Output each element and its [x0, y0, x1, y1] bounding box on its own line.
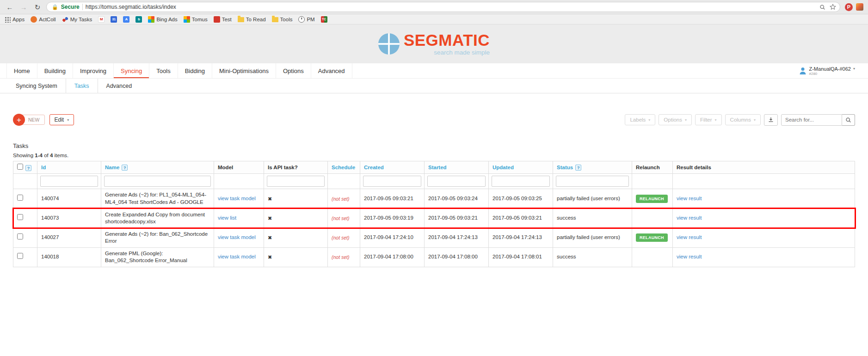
forward-button[interactable]: → — [18, 4, 29, 11]
column-header-status[interactable]: Status — [557, 165, 573, 170]
filter-started-input[interactable] — [427, 176, 486, 187]
bookmark-tc[interactable]: TC — [321, 16, 327, 23]
bookmark-star-icon[interactable] — [830, 4, 836, 10]
cell-created: 2017-09-05 09:03:19 — [360, 209, 425, 228]
relaunch-button[interactable]: RELAUNCH — [636, 233, 668, 242]
options-button[interactable]: Options▾ — [659, 114, 692, 125]
help-icon[interactable]: ? — [575, 165, 581, 171]
columns-button[interactable]: Columns▾ — [725, 114, 761, 125]
bookmark-actcoll[interactable]: ActColl — [31, 16, 55, 23]
column-header-started[interactable]: Started — [428, 165, 447, 170]
column-header-name[interactable]: Name — [105, 165, 119, 170]
subnav-item-syncing-system[interactable]: Syncing System — [7, 79, 66, 93]
chevron-down-icon: ▾ — [853, 67, 855, 71]
nav-item-mini-optimisations[interactable]: Mini-Optimisations — [212, 63, 276, 78]
content: Tasks Showing 1-4 of 4 items. ? Id Name?… — [0, 142, 868, 267]
help-icon[interactable]: ? — [122, 165, 128, 171]
url-text[interactable]: https://tomus.segmatic.io/tasks/index — [86, 4, 817, 10]
cell-schedule: (not set) — [328, 189, 360, 209]
bookmark-gmail[interactable]: M — [98, 16, 105, 23]
bookmark-bing[interactable]: b — [135, 16, 142, 23]
result-link[interactable]: view result — [677, 215, 702, 221]
bookmark-bing-ads[interactable]: Bing Ads — [148, 16, 177, 23]
model-link[interactable]: view list — [218, 215, 236, 221]
nav-item-home[interactable]: Home — [6, 63, 37, 78]
segmatic-logo[interactable]: SEGMATIC search made simple — [378, 32, 490, 56]
user-menu[interactable]: Z-ManualQA-#062 ▾ #280 — [799, 63, 862, 78]
result-link[interactable]: view result — [677, 196, 702, 201]
cell-started: 2017-09-05 09:03:24 — [425, 189, 489, 209]
cell-name: Generate Ads (~2) for: Ban_062_Shortcode… — [101, 228, 214, 247]
filter-is-api-input[interactable] — [267, 176, 325, 187]
bookmark-to-read[interactable]: To Read — [238, 16, 266, 22]
search-input[interactable] — [781, 114, 842, 126]
select-all-checkbox[interactable] — [17, 164, 23, 170]
column-header-schedule[interactable]: Schedule — [332, 165, 355, 170]
column-header-created[interactable]: Created — [364, 165, 384, 170]
relaunch-button[interactable]: RELAUNCH — [636, 195, 668, 203]
filter-name-input[interactable] — [104, 176, 211, 187]
model-link[interactable]: view task model — [218, 196, 256, 201]
bookmark-tomus[interactable]: Tomus — [184, 16, 208, 23]
bookmark-apps[interactable]: Apps — [4, 16, 25, 23]
column-header-updated[interactable]: Updated — [492, 165, 514, 170]
bookmark-pm[interactable]: PM — [298, 16, 314, 23]
ms-quad-icon — [148, 16, 154, 23]
nav-item-options[interactable]: Options — [276, 63, 311, 78]
search-button[interactable] — [842, 114, 855, 126]
column-header-id[interactable]: Id — [41, 165, 46, 170]
filter-created-input[interactable] — [363, 176, 421, 187]
logo-title: SEGMATIC — [404, 32, 490, 48]
download-button[interactable] — [764, 114, 778, 126]
logo-tagline: search made simple — [404, 49, 490, 56]
secure-badge: Secure — [61, 4, 80, 10]
bookmark-my-tasks[interactable]: My Tasks — [62, 16, 92, 23]
row-checkbox[interactable] — [17, 253, 23, 259]
table-row: 140018 Generate PML (Google): Ban_062_Sh… — [13, 247, 855, 267]
chevron-down-icon: ▾ — [685, 118, 687, 122]
paw-icon — [31, 16, 37, 23]
subnav-item-tasks[interactable]: Tasks — [66, 79, 98, 93]
nav-item-syncing[interactable]: Syncing — [114, 63, 149, 78]
chevron-down-icon: ▾ — [67, 118, 69, 122]
filter-id-input[interactable] — [40, 176, 98, 187]
zoom-icon[interactable] — [819, 4, 825, 10]
chevron-down-icon: ▾ — [648, 118, 650, 122]
nav-item-improving[interactable]: Improving — [73, 63, 114, 78]
omnibox-divider — [82, 4, 83, 10]
help-icon[interactable]: ? — [25, 165, 31, 171]
new-button[interactable]: + NEW — [13, 114, 45, 126]
labels-button[interactable]: Labels▾ — [625, 114, 655, 125]
model-link[interactable]: view task model — [218, 234, 256, 240]
bookmark-test[interactable]: Test — [214, 16, 232, 23]
main-nav: Home Building Improving Syncing Tools Bi… — [0, 63, 868, 79]
bookmark-calendar[interactable]: 31 — [111, 16, 117, 23]
edit-button[interactable]: Edit ▾ — [49, 114, 74, 125]
row-checkbox[interactable] — [17, 233, 23, 239]
bookmark-analytics[interactable]: A — [123, 16, 129, 23]
row-checkbox[interactable] — [17, 195, 23, 201]
row-checkbox[interactable] — [17, 214, 23, 220]
nav-item-tools[interactable]: Tools — [149, 63, 178, 78]
filter-updated-input[interactable] — [492, 176, 550, 187]
cell-status: success — [553, 209, 632, 228]
reload-button[interactable]: ↻ — [32, 4, 43, 11]
filter-button[interactable]: Filter▾ — [695, 114, 722, 125]
extension-pencil-icon[interactable] — [856, 3, 863, 11]
extension-p-icon[interactable]: P — [845, 3, 853, 11]
avatar — [799, 68, 806, 74]
back-button[interactable]: ← — [5, 4, 15, 11]
nav-item-building[interactable]: Building — [37, 63, 73, 78]
model-link[interactable]: view task model — [218, 254, 256, 259]
nav-item-bidding[interactable]: Bidding — [178, 63, 212, 78]
subnav-item-advanced[interactable]: Advanced — [98, 79, 141, 93]
nav-item-advanced[interactable]: Advanced — [311, 63, 352, 78]
search-icon — [845, 117, 851, 123]
folder-icon — [272, 17, 278, 22]
address-bar[interactable]: 🔒 Secure https://tomus.segmatic.io/tasks… — [46, 2, 840, 12]
bookmark-tools[interactable]: Tools — [272, 16, 293, 22]
chevron-down-icon: ▾ — [754, 118, 756, 122]
result-link[interactable]: view result — [677, 254, 702, 259]
filter-status-input[interactable] — [556, 176, 629, 187]
result-link[interactable]: view result — [677, 234, 702, 240]
